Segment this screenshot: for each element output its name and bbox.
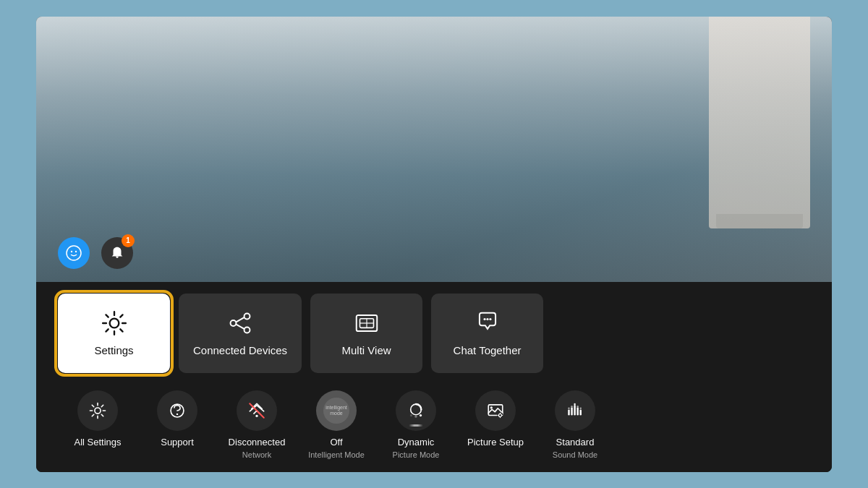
sub-icon-network[interactable]: Disconnected Network (217, 390, 297, 459)
picture-mode-label: Dynamic (398, 437, 435, 448)
sound-mode-icon (566, 401, 584, 420)
intelligent-mode-circle: intelligentmode (316, 390, 357, 431)
svg-rect-32 (576, 407, 578, 415)
chat-together-icon (474, 309, 501, 337)
picture-setup-label: Picture Setup (467, 437, 524, 448)
svg-point-23 (414, 415, 417, 417)
multi-view-label: Multi View (342, 344, 391, 356)
picture-mode-circle (396, 390, 436, 431)
svg-point-14 (486, 318, 488, 320)
chat-together-label: Chat Together (454, 344, 522, 356)
all-settings-circle (77, 390, 118, 431)
svg-point-6 (244, 328, 250, 333)
multi-view-icon (353, 309, 380, 337)
settings-label: Settings (94, 344, 133, 356)
intelligent-inner: intelligentmode (323, 398, 349, 424)
support-label: Support (161, 437, 194, 448)
window-blinds (709, 17, 810, 229)
support-icon (168, 401, 187, 420)
svg-point-16 (95, 407, 101, 413)
sub-icon-sound-mode[interactable]: Standard Sound Mode (535, 390, 615, 459)
menu-card-connected-devices[interactable]: Connected Devices (179, 294, 302, 373)
svg-rect-29 (568, 409, 569, 415)
smiley-icon (65, 244, 82, 262)
picture-mode-icon (407, 401, 425, 420)
tv-frame: 1 Settings (36, 17, 832, 472)
network-icon (247, 401, 266, 420)
svg-point-35 (571, 406, 572, 407)
svg-point-3 (109, 319, 119, 328)
svg-point-2 (75, 250, 77, 252)
all-settings-icon (88, 401, 107, 420)
sub-icons-row: All Settings Support (58, 383, 810, 472)
svg-line-7 (236, 317, 244, 322)
menu-card-chat-together[interactable]: Chat Together (431, 294, 543, 373)
svg-point-15 (489, 318, 491, 320)
svg-point-24 (410, 414, 412, 416)
menu-card-settings[interactable]: Settings (58, 294, 170, 373)
intelligent-mode-sub: Intelligent Mode (308, 450, 365, 459)
settings-icon (101, 309, 128, 337)
sub-icon-support[interactable]: Support (137, 390, 217, 448)
intelligent-mode-label: Off (330, 437, 342, 448)
network-status-label: Disconnected (229, 437, 286, 448)
preview-area: 1 (36, 17, 832, 282)
svg-point-19 (255, 414, 258, 416)
all-settings-label: All Settings (74, 437, 121, 448)
smiley-button[interactable] (58, 237, 90, 269)
sound-mode-sub: Sound Mode (553, 450, 597, 459)
svg-line-8 (236, 325, 244, 329)
bottom-panel: Settings Connected Devices (36, 282, 832, 472)
sound-mode-label: Standard (556, 437, 595, 448)
picture-mode-sub: Picture Mode (393, 450, 440, 459)
support-circle (157, 390, 197, 431)
connected-devices-label: Connected Devices (193, 344, 287, 356)
svg-rect-33 (580, 409, 582, 415)
bell-icon (109, 245, 125, 261)
network-circle (237, 390, 277, 431)
sub-icon-picture-mode[interactable]: Dynamic Picture Mode (376, 390, 456, 459)
sub-icon-all-settings[interactable]: All Settings (58, 390, 137, 448)
svg-point-26 (490, 406, 493, 408)
svg-point-5 (244, 314, 250, 320)
preview-icons: 1 (58, 237, 133, 269)
svg-point-0 (67, 246, 81, 260)
svg-point-4 (231, 320, 237, 326)
notification-badge: 1 (122, 234, 135, 247)
sound-mode-circle (555, 390, 595, 431)
svg-point-37 (576, 406, 578, 407)
main-menu: Settings Connected Devices (58, 282, 810, 383)
svg-point-22 (420, 414, 422, 416)
intelligent-text: intelligentmode (326, 405, 347, 416)
svg-point-18 (176, 413, 178, 414)
menu-card-multi-view[interactable]: Multi View (310, 294, 422, 373)
sub-icon-picture-setup[interactable]: Picture Setup (456, 390, 535, 448)
svg-point-38 (580, 407, 582, 408)
svg-rect-30 (571, 407, 572, 415)
network-label: Network (242, 450, 271, 459)
svg-point-34 (568, 407, 569, 408)
svg-point-1 (71, 250, 72, 252)
svg-point-36 (574, 403, 575, 404)
picture-setup-circle (475, 390, 516, 431)
sub-icon-intelligent-mode[interactable]: intelligentmode Off Intelligent Mode (297, 390, 376, 459)
svg-point-13 (483, 318, 485, 320)
picture-setup-icon (486, 401, 505, 420)
svg-rect-31 (574, 404, 575, 415)
connected-devices-icon (226, 309, 254, 337)
bell-button[interactable]: 1 (101, 237, 133, 269)
